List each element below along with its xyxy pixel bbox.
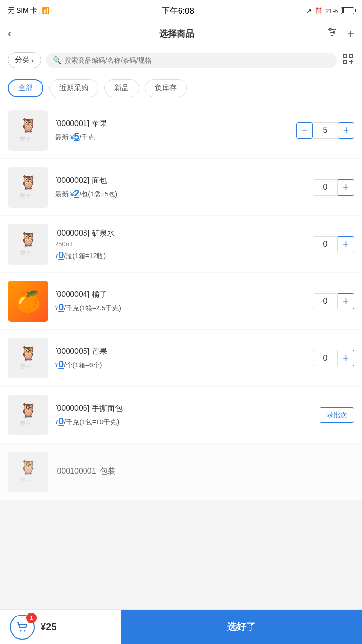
product-price: 最新 ¥5/千克 [55, 131, 290, 142]
category-button[interactable]: 分类 › [8, 52, 41, 68]
status-bar: 无 SIM 卡 📶 下午6:08 ↗ ⏰ 21% [0, 0, 362, 21]
decrement-button[interactable]: − [296, 122, 313, 139]
increment-button[interactable]: + [338, 179, 354, 196]
quantity-input[interactable] [313, 179, 338, 196]
brand-label: 督十 [20, 135, 37, 143]
status-right: ↗ ⏰ 21% [306, 7, 354, 14]
product-list: 🦉 督十 [0000001] 苹果 最新 ¥5/千克 − + 🦉 督十 [000… [0, 102, 362, 540]
filter-icon[interactable] [326, 27, 338, 41]
orange-image: 🍊 [8, 281, 48, 322]
placeholder-owl-icon: 🦉 [20, 345, 37, 362]
quantity-input[interactable] [313, 293, 338, 309]
svg-point-13 [24, 630, 26, 631]
product-price: ¥0/瓶(1箱=12瓶) [55, 250, 306, 261]
product-name: [000100001] 包装 [55, 466, 354, 476]
quantity-control: + [313, 350, 354, 366]
price-prefix: 最新 [55, 190, 70, 198]
carrier-label: 无 SIM 卡 [8, 6, 37, 15]
price-number: 5 [74, 131, 79, 141]
svg-point-3 [329, 28, 331, 30]
quantity-control: + [313, 293, 354, 309]
chevron-right-icon: › [31, 56, 34, 64]
list-item: 🦉 督十 [0000003] 矿泉水 250ml ¥0/瓶(1箱=12瓶) + [0, 216, 362, 272]
product-name: [0000001] 苹果 [55, 119, 290, 129]
confirm-button[interactable]: 选好了 [121, 610, 362, 644]
price-unit: /千克(1包=10千克) [64, 418, 119, 426]
brand-label: 督十 [20, 363, 37, 371]
back-button[interactable]: ‹ [8, 28, 27, 40]
nav-bar: ‹ 选择商品 + [0, 21, 362, 46]
quantity-input[interactable] [313, 236, 338, 252]
svg-rect-5 [343, 54, 347, 57]
wifi-icon: 📶 [41, 7, 49, 14]
increment-button[interactable]: + [338, 293, 354, 309]
product-price: ¥0/个(1箱=6个) [55, 359, 306, 370]
price-number: 0 [58, 416, 64, 426]
bottom-bar: 1 ¥25 选好了 [0, 609, 362, 644]
cart-total: ¥25 [41, 621, 56, 632]
price-unit: /包(1袋=5包) [79, 190, 117, 198]
product-image: 🦉 督十 [8, 338, 48, 378]
tab-all[interactable]: 全部 [8, 79, 43, 97]
svg-point-4 [333, 31, 335, 33]
search-box: 🔍 [46, 53, 337, 68]
quantity-control: + [313, 236, 354, 252]
product-name: [0000005] 芒果 [55, 347, 306, 357]
brand-label: 督十 [20, 420, 37, 428]
placeholder-owl-icon: 🦉 [20, 174, 37, 191]
cart-badge: 1 [26, 613, 37, 623]
price-unit: /瓶(1箱=12瓶) [64, 252, 106, 260]
list-item: 🦉 督十 [0000006] 手撕面包 ¥0/千克(1包=10千克) 录批次 [0, 387, 362, 443]
product-name: [0000004] 橘子 [55, 290, 306, 300]
increment-button[interactable]: + [338, 236, 354, 252]
page-title: 选择商品 [159, 28, 194, 40]
placeholder-owl-icon: 🦉 [20, 402, 37, 419]
price-number: 0 [58, 250, 64, 260]
brand-label: 督十 [20, 249, 37, 257]
tab-negative-stock[interactable]: 负库存 [145, 79, 187, 97]
placeholder-owl-icon: 🦉 [20, 117, 37, 134]
price-number: 0 [58, 302, 64, 312]
product-info: [0000006] 手撕面包 ¥0/千克(1包=10千克) [55, 404, 313, 427]
tab-new-products[interactable]: 新品 [104, 79, 139, 97]
quantity-input[interactable] [313, 350, 338, 366]
placeholder-owl-icon: 🦉 [20, 459, 37, 476]
brand-label: 督十 [20, 477, 37, 485]
location-icon: ↗ [306, 7, 312, 14]
product-image: 🦉 督十 [8, 110, 48, 151]
battery-icon [341, 7, 354, 14]
list-item: 🦉 督十 [0000005] 芒果 ¥0/个(1箱=6个) + [0, 330, 362, 386]
placeholder-owl-icon: 🦉 [20, 231, 37, 248]
list-item: 🦉 督十 [0000001] 苹果 最新 ¥5/千克 − + [0, 102, 362, 158]
svg-rect-6 [349, 54, 353, 57]
tab-bar: 全部 近期采购 新品 负库存 [0, 74, 362, 102]
add-button[interactable]: + [348, 27, 354, 41]
filter-bar: 分类 › 🔍 [0, 46, 362, 74]
brand-label: 督十 [20, 192, 37, 200]
cart-button[interactable]: 1 [10, 615, 35, 640]
search-input[interactable] [65, 56, 330, 64]
product-info: [0000002] 面包 最新 ¥2/包(1袋=5包) [55, 176, 306, 199]
product-image: 🍊 [8, 281, 48, 322]
svg-point-12 [20, 630, 22, 631]
scan-icon[interactable] [342, 53, 354, 68]
product-info: [0000003] 矿泉水 250ml ¥0/瓶(1箱=12瓶) [55, 228, 306, 261]
product-image: 🦉 督十 [8, 452, 48, 492]
increment-button[interactable]: + [338, 122, 354, 139]
list-item: 🍊 [0000004] 橘子 ¥0/千克(1箱=2.5千克) + [0, 273, 362, 329]
product-name: [0000006] 手撕面包 [55, 404, 313, 414]
status-left: 无 SIM 卡 📶 [8, 6, 49, 15]
quantity-input[interactable] [313, 122, 338, 139]
list-item: 🦉 督十 [0000002] 面包 最新 ¥2/包(1袋=5包) + [0, 159, 362, 215]
tab-recent-purchase[interactable]: 近期采购 [49, 79, 98, 97]
svg-rect-7 [343, 60, 347, 64]
increment-button[interactable]: + [338, 350, 354, 366]
batch-button[interactable]: 录批次 [320, 407, 354, 423]
product-info: [0000004] 橘子 ¥0/千克(1箱=2.5千克) [55, 290, 306, 313]
search-icon: 🔍 [53, 56, 62, 65]
cart-area: 1 ¥25 [0, 615, 121, 640]
list-item: 🦉 督十 [000100001] 包装 [0, 444, 362, 500]
product-info: [000100001] 包装 [55, 466, 354, 478]
product-image: 🦉 督十 [8, 224, 48, 265]
product-price: 最新 ¥2/包(1袋=5包) [55, 188, 306, 199]
